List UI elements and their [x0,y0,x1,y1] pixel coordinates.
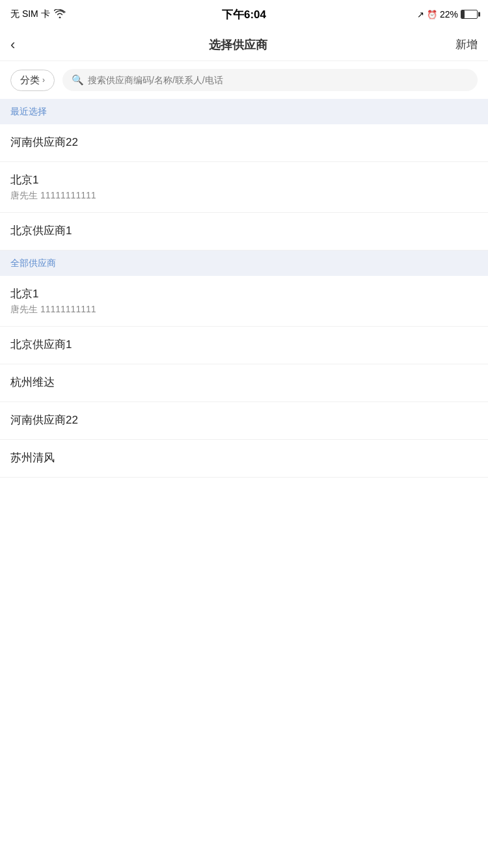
supplier-item[interactable]: 北京供应商1 [0,327,488,364]
supplier-name: 北京供应商1 [10,223,478,238]
new-supplier-button[interactable]: 新增 [455,37,478,52]
supplier-name: 北京1 [10,172,478,187]
chevron-right-icon: › [42,75,45,85]
battery-icon [461,10,478,19]
section-header-label-recent: 最近选择 [10,106,47,116]
section-header-recent: 最近选择 [0,99,488,124]
supplier-contact: 唐先生 11111111111 [10,190,478,202]
category-label: 分类 [20,74,40,87]
page-title: 选择供应商 [209,37,267,53]
search-icon: 🔍 [72,74,84,86]
filter-bar: 分类 › 🔍 [0,61,488,99]
supplier-name: 河南供应商22 [10,413,478,427]
supplier-name: 苏州清风 [10,450,478,465]
supplier-item[interactable]: 河南供应商22 [0,402,488,440]
status-left: 无 SIM 卡 [10,8,66,20]
section-header-all: 全部供应商 [0,251,488,276]
supplier-name: 北京供应商1 [10,337,478,352]
wifi-icon [54,9,66,20]
supplier-contact: 唐先生 11111111111 [10,304,478,316]
status-right: ↗ ⏰ 22% [417,9,478,20]
sim-status: 无 SIM 卡 [10,8,50,20]
supplier-item[interactable]: 北京供应商1 [0,213,488,251]
back-button[interactable]: ‹ [10,31,20,59]
battery-text: 22% [440,9,458,20]
supplier-item[interactable]: 北京1唐先生 11111111111 [0,276,488,327]
supplier-item[interactable]: 杭州维达 [0,364,488,402]
alarm-icon: ⏰ [427,10,437,20]
search-input[interactable] [88,75,468,85]
location-icon: ↗ [417,10,424,20]
supplier-item[interactable]: 河南供应商22 [0,124,488,162]
search-box: 🔍 [62,69,478,91]
status-time: 下午6:04 [222,7,266,22]
supplier-item[interactable]: 北京1唐先生 11111111111 [0,162,488,213]
status-bar: 无 SIM 卡 下午6:04 ↗ ⏰ 22% [0,0,488,29]
category-button[interactable]: 分类 › [10,70,55,91]
supplier-name: 河南供应商22 [10,135,478,150]
supplier-item[interactable]: 苏州清风 [0,440,488,478]
supplier-name: 北京1 [10,286,478,301]
supplier-list: 最近选择河南供应商22北京1唐先生 11111111111北京供应商1全部供应商… [0,99,488,478]
supplier-name: 杭州维达 [10,375,478,390]
nav-bar: ‹ 选择供应商 新增 [0,29,488,61]
section-header-label-all: 全部供应商 [10,258,56,268]
